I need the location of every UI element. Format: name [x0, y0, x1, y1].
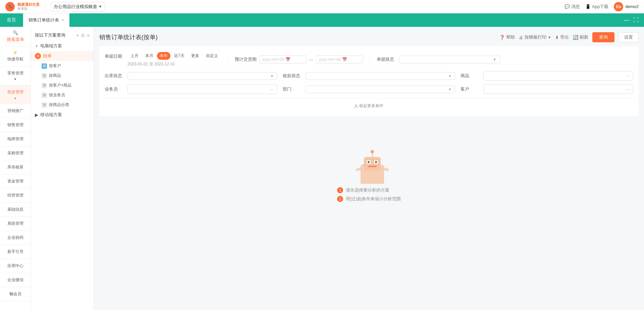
tree-expand-icon: ▼: [35, 44, 38, 48]
tree-sub-item-by-customer[interactable]: 按 按客户: [31, 61, 94, 71]
refresh-btn[interactable]: 🔄 刷新: [573, 34, 588, 40]
product-label: 商品: [461, 73, 481, 79]
expected-date-start[interactable]: yyyy-mm-dd 📅: [259, 55, 306, 63]
sidebar-item-wholesale[interactable]: 批发管理 ▲: [0, 85, 31, 104]
date-label: 单据日期: [105, 52, 125, 61]
delivery-select[interactable]: ▼: [127, 72, 277, 80]
date-this-year-btn[interactable]: 本年: [157, 52, 170, 60]
tree-item-by-order[interactable]: 按 按单: [31, 51, 94, 61]
top-bar: 🐾 畅捷通好生意 标准版 办公用品行业模拟账套 ▼ 💬 消息 📱 App下载 E…: [0, 0, 644, 13]
salesperson-input[interactable]: ···: [127, 85, 277, 94]
department-select[interactable]: ▼: [306, 86, 455, 93]
sidebar-item-enterprise[interactable]: 企业协同: [0, 231, 31, 245]
sidebar-item-retail[interactable]: 零售管理 ▼: [0, 66, 31, 85]
svg-point-6: [368, 161, 370, 163]
tab-minimize-icon[interactable]: —: [624, 17, 629, 23]
customer-input[interactable]: ···: [483, 85, 633, 94]
svg-point-7: [375, 161, 377, 163]
quicknav-icon: ⚡: [13, 50, 18, 55]
date-more-btn[interactable]: 更多: [188, 52, 202, 60]
product-input[interactable]: ···: [483, 71, 633, 81]
tree-sub-icon-product: 按: [42, 73, 47, 79]
sidebar-item-search[interactable]: 🔍 搜索菜单: [0, 27, 31, 46]
filter-row-1: 单据日期 上月 本月 本年 近7天 更多 自定义 2023-01-01 至 20…: [105, 52, 633, 67]
sidebar-item-ecommerce[interactable]: 电商管理: [0, 132, 31, 146]
message-icon: 💬: [565, 4, 570, 9]
empty-tips: 1 请先选择要分析的方案 2 用[过滤]条件来缩小分析范围: [337, 187, 400, 205]
filter-row-3: 业务员 ··· 部门 ▼ 客户 ···: [105, 85, 633, 94]
main-layout: 🔍 搜索菜单 ⚡ 快捷导航 零售管理 ▼ 批发管理 ▲ 营销推广 销售管理 电商…: [0, 27, 644, 310]
sidebar-item-marketing[interactable]: 营销推广: [0, 104, 31, 118]
help-icon: ❓: [499, 35, 505, 40]
chevron-down-icon: ▼: [99, 5, 102, 8]
tab-sales-report[interactable]: 销售订单统计表 ×: [23, 13, 69, 27]
svg-point-10: [371, 150, 374, 153]
tree-mobile-group[interactable]: ▶ 移动端方案: [31, 110, 94, 120]
collapse-btn[interactable]: ⋀ 收起更多条件: [353, 101, 385, 111]
sidebar-item-basic[interactable]: 基础信息: [0, 203, 31, 217]
help-btn[interactable]: ❓ 帮助: [499, 34, 515, 40]
sidebar-item-wechat[interactable]: 企业微信: [0, 273, 31, 287]
tree-sub-icon-customer-product: 按: [42, 83, 47, 88]
sidebar-item-newbie[interactable]: 新手引导: [0, 245, 31, 259]
customer-label: 客户: [461, 86, 481, 92]
tree-sub-item-by-product[interactable]: 按 按商品: [31, 71, 94, 81]
tree-sub-icon-salesperson: 按: [42, 93, 47, 98]
export-btn[interactable]: ⬇ 导出: [555, 34, 569, 40]
query-btn[interactable]: 查询: [592, 32, 614, 42]
expected-date-label: 预计交货期: [235, 56, 257, 62]
filter-card: 单据日期 上月 本月 本年 近7天 更多 自定义 2023-01-01 至 20…: [99, 46, 639, 116]
date-last7-btn[interactable]: 近7天: [171, 52, 187, 60]
user-menu[interactable]: Ea demo2: [614, 2, 639, 11]
left-panel: 按以下方案查询 + ⊙ « ▼ 电脑端方案 按 按单 按 按客户 按 按商品: [31, 27, 94, 310]
sidebar-item-inventory[interactable]: 库存核算: [0, 160, 31, 174]
sidebar-item-member[interactable]: 畅会员: [0, 287, 31, 301]
status-chevron-icon: ▼: [493, 58, 496, 61]
panel-settings-btn[interactable]: ⊙: [81, 33, 85, 38]
date-this-month-btn[interactable]: 本月: [142, 52, 156, 60]
date-prev-month-btn[interactable]: 上月: [127, 52, 142, 60]
tree-sub-item-by-customer-product[interactable]: 按 按客户+商品: [31, 81, 94, 90]
panel-add-btn[interactable]: +: [76, 33, 79, 38]
sidebar-item-purchase[interactable]: 采购管理: [0, 146, 31, 160]
account-dropdown[interactable]: 办公用品行业模拟账套 ▼: [51, 2, 105, 11]
empty-tip-1: 1 请先选择要分析的方案: [337, 187, 400, 193]
sidebar-item-sales[interactable]: 销售管理: [0, 118, 31, 132]
top-bar-right: 💬 消息 📱 App下载 Ea demo2: [565, 2, 639, 11]
tab-home[interactable]: 首页: [0, 13, 23, 27]
export-icon: ⬇: [555, 35, 559, 40]
sidebar-item-system[interactable]: 系统管理: [0, 217, 31, 231]
expected-date-end[interactable]: yyyy-mm-dd 📅: [316, 55, 363, 63]
status-select[interactable]: ▼: [399, 56, 500, 63]
chevron-down-icon: ▼: [14, 78, 17, 81]
sidebar: 🔍 搜索菜单 ⚡ 快捷导航 零售管理 ▼ 批发管理 ▲ 营销推广 销售管理 电商…: [0, 27, 31, 310]
chevron-up-icon: ▲: [14, 96, 17, 100]
sidebar-item-finance[interactable]: 资金管理: [0, 174, 31, 189]
tab-maximize-icon[interactable]: ⛶: [633, 17, 639, 23]
sidebar-item-apps[interactable]: 应用中心: [0, 259, 31, 273]
panel-collapse-btn[interactable]: «: [87, 33, 90, 38]
sidebar-item-quicknav[interactable]: ⚡ 快捷导航: [0, 46, 31, 66]
settings-btn[interactable]: 设置: [619, 32, 639, 42]
avatar: Ea: [614, 2, 623, 11]
status-label: 单据状态: [377, 56, 397, 62]
tree-sub-item-by-salesperson[interactable]: 按 按业务员: [31, 90, 94, 100]
tree-pc-group[interactable]: ▼ 电脑端方案: [31, 41, 94, 51]
top-bar-left: 🐾 畅捷通好生意 标准版 办公用品行业模拟账套 ▼: [5, 2, 105, 11]
print-btn[interactable]: 🖨 按模板打印 ▼: [519, 34, 551, 40]
message-action[interactable]: 💬 消息: [565, 4, 580, 10]
sidebar-item-operations[interactable]: 经营管理: [0, 189, 31, 203]
tree-sub-item-by-category[interactable]: 按 按商品分类: [31, 100, 94, 110]
panel-actions: + ⊙ «: [76, 33, 90, 38]
collapse-icon: ⋀: [355, 104, 358, 108]
tab-close-icon[interactable]: ×: [62, 18, 64, 22]
logo-icon: 🐾: [5, 2, 15, 11]
app-download-action[interactable]: 📱 App下载: [585, 4, 608, 10]
payment-select[interactable]: ▼: [306, 72, 455, 80]
logo-text: 畅捷通好生意 标准版: [17, 2, 40, 11]
delivery-chevron-icon: ▼: [270, 74, 274, 78]
date-custom-btn[interactable]: 自定义: [203, 52, 221, 60]
tree-sub-icon-category: 按: [42, 102, 47, 108]
product-dots: ···: [626, 73, 630, 79]
empty-tip-2: 2 用[过滤]条件来缩小分析范围: [337, 196, 400, 202]
